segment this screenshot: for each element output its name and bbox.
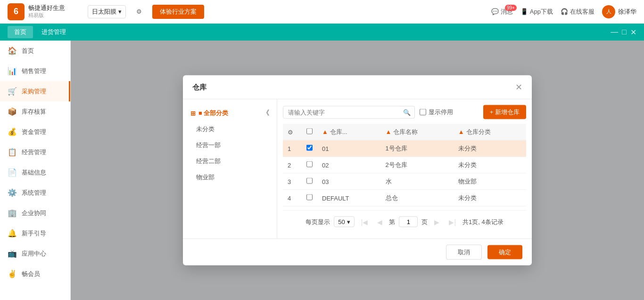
search-box: 🔍 bbox=[283, 106, 415, 118]
dialog-header: 仓库 ✕ bbox=[183, 75, 532, 100]
sidebar-item-sales[interactable]: 📊 销售管理 bbox=[0, 61, 70, 81]
header-middle: 日太阳膜 ▾ ⚙ 体验行业方案 bbox=[78, 4, 491, 19]
apps-icon: 📺 bbox=[8, 249, 17, 258]
settings-button[interactable]: ⚙ bbox=[132, 4, 147, 19]
minimize-icon[interactable]: — bbox=[611, 28, 618, 37]
store-selector[interactable]: 日太阳膜 ▾ bbox=[88, 5, 126, 18]
row-category: 未分类 bbox=[454, 190, 526, 206]
add-warehouse-button[interactable]: + 新增仓库 bbox=[483, 105, 526, 119]
trial-button[interactable]: 体验行业方案 bbox=[152, 5, 204, 19]
category-item-unclassified[interactable]: 未分类 bbox=[183, 121, 277, 137]
row-code: 02 bbox=[317, 157, 381, 173]
per-page-select[interactable]: 50 ▾ bbox=[334, 217, 354, 227]
sidebar-item-purchase[interactable]: 🛒 采购管理 bbox=[0, 81, 70, 101]
first-page-button[interactable]: |◀ bbox=[358, 217, 371, 226]
page-number-input[interactable] bbox=[399, 217, 418, 227]
tab-home[interactable]: 首页 bbox=[8, 26, 33, 38]
headset-icon: 🎧 bbox=[561, 8, 568, 15]
sidebar-item-enterprise[interactable]: 🏢 企业协同 bbox=[0, 203, 70, 223]
app-download-button[interactable]: 📱 App下载 bbox=[520, 8, 553, 16]
row-num: 4 bbox=[283, 190, 302, 206]
user-area[interactable]: 人 徐泽华 bbox=[602, 5, 636, 18]
row-code: 03 bbox=[317, 173, 381, 190]
phone-icon: 📱 bbox=[520, 8, 528, 15]
collapse-icon[interactable]: 《 bbox=[263, 109, 269, 117]
row-code: DEFAULT bbox=[317, 190, 381, 206]
dialog-title: 仓库 bbox=[192, 83, 206, 92]
next-page-button[interactable]: ▶ bbox=[431, 217, 442, 226]
last-page-button[interactable]: ▶| bbox=[446, 217, 459, 226]
category-item-operations2[interactable]: 经营二部 bbox=[183, 153, 277, 169]
purchase-icon: 🛒 bbox=[8, 87, 17, 96]
row-name: 2号仓库 bbox=[381, 157, 454, 173]
cancel-button[interactable]: 取消 bbox=[446, 245, 482, 260]
pagination: 每页显示 50 ▾ |◀ ◀ 第 页 ▶ ▶| 共1页, 4条记录 bbox=[283, 210, 526, 233]
logo-text: 畅捷通好生意 bbox=[28, 4, 65, 12]
grid-icon: ⊞ bbox=[190, 109, 196, 117]
sidebar-item-member[interactable]: ✌️ 畅会员 bbox=[0, 264, 70, 284]
online-service-button[interactable]: 🎧 在线客服 bbox=[561, 8, 594, 16]
close-window-icon[interactable]: ✕ bbox=[630, 28, 636, 37]
page-content: 仓库 ✕ ⊞ ■ 全部分类 《 未分类 经营一部 经营二部 物业部 bbox=[71, 41, 644, 300]
inventory-icon: 📦 bbox=[8, 107, 17, 116]
row-checkbox bbox=[302, 173, 317, 190]
sidebar-item-finance[interactable]: 💰 资金管理 bbox=[0, 122, 70, 142]
all-categories-item[interactable]: ⊞ ■ 全部分类 《 bbox=[183, 105, 277, 121]
show-disabled-checkbox[interactable] bbox=[420, 109, 426, 116]
sidebar-item-operations[interactable]: 📋 经营管理 bbox=[0, 142, 70, 162]
select-all-checkbox[interactable] bbox=[306, 128, 313, 134]
row-category: 物业部 bbox=[454, 173, 526, 190]
per-page-dropdown-icon: ▾ bbox=[347, 218, 350, 225]
per-page-label: 每页显示 bbox=[305, 217, 330, 226]
member-icon: ✌️ bbox=[8, 269, 17, 278]
notifications-button[interactable]: 💬 消息 99+ bbox=[491, 8, 513, 16]
sidebar-item-basic[interactable]: 📄 基础信息 bbox=[0, 162, 70, 183]
sub-header: 首页 进货管理 — □ ✕ bbox=[0, 24, 644, 41]
dialog-body: ⊞ ■ 全部分类 《 未分类 经营一部 经营二部 物业部 🔍 bbox=[183, 100, 532, 239]
sidebar: 🏠 首页 📊 销售管理 🛒 采购管理 📦 库存核算 💰 资金管理 📋 经营管理 … bbox=[0, 41, 71, 300]
row-select-checkbox[interactable] bbox=[306, 145, 313, 151]
store-name: 日太阳膜 bbox=[92, 8, 116, 16]
sidebar-item-guide[interactable]: 🔔 新手引导 bbox=[0, 223, 70, 243]
search-icon[interactable]: 🔍 bbox=[399, 106, 414, 118]
row-num: 1 bbox=[283, 140, 302, 157]
maximize-icon[interactable]: □ bbox=[622, 28, 627, 37]
table-row[interactable]: 2 02 2号仓库 未分类 bbox=[283, 157, 526, 173]
logo-area: 6 畅捷通好生意 精易版 bbox=[8, 3, 78, 20]
show-disabled-label: 显示停用 bbox=[429, 108, 453, 117]
row-select-checkbox[interactable] bbox=[306, 161, 313, 167]
table-row[interactable]: 1 01 1号仓库 未分类 bbox=[283, 140, 526, 157]
row-select-checkbox[interactable] bbox=[306, 178, 313, 184]
sidebar-item-inventory[interactable]: 📦 库存核算 bbox=[0, 101, 70, 122]
tab-purchase-management[interactable]: 进货管理 bbox=[35, 26, 73, 38]
sidebar-item-apps[interactable]: 📺 应用中心 bbox=[0, 243, 70, 264]
th-category: ▲仓库分类 bbox=[454, 124, 526, 141]
category-item-property[interactable]: 物业部 bbox=[183, 169, 277, 185]
confirm-button[interactable]: 确定 bbox=[487, 245, 522, 259]
category-item-operations1[interactable]: 经营一部 bbox=[183, 137, 277, 153]
system-icon: ⚙️ bbox=[8, 188, 17, 197]
row-name: 总仓 bbox=[381, 190, 454, 206]
th-checkbox bbox=[302, 124, 317, 141]
row-num: 3 bbox=[283, 173, 302, 190]
sidebar-item-system[interactable]: ⚙️ 系统管理 bbox=[0, 183, 70, 203]
th-code: ▲仓库... bbox=[317, 124, 381, 141]
table-row[interactable]: 3 03 水 物业部 bbox=[283, 173, 526, 190]
logo-sub: 精易版 bbox=[28, 12, 65, 19]
main-layout: 🏠 首页 📊 销售管理 🛒 采购管理 📦 库存核算 💰 资金管理 📋 经营管理 … bbox=[0, 41, 644, 300]
dialog-footer: 取消 确定 bbox=[183, 239, 532, 266]
table-row[interactable]: 4 DEFAULT 总仓 未分类 bbox=[283, 190, 526, 206]
row-name: 1号仓库 bbox=[381, 140, 454, 157]
row-category: 未分类 bbox=[454, 157, 526, 173]
row-select-checkbox[interactable] bbox=[306, 194, 313, 200]
warehouse-dialog: 仓库 ✕ ⊞ ■ 全部分类 《 未分类 经营一部 经营二部 物业部 bbox=[183, 75, 532, 266]
row-num: 2 bbox=[283, 157, 302, 173]
table-toolbar: 🔍 显示停用 + 新增仓库 bbox=[283, 105, 526, 119]
search-input[interactable] bbox=[283, 106, 399, 118]
prev-page-button[interactable]: ◀ bbox=[374, 217, 385, 226]
warehouse-table: ⚙ ▲仓库... ▲仓库名称 ▲仓库分类 1 01 bbox=[283, 124, 526, 207]
row-name: 水 bbox=[381, 173, 454, 190]
dialog-close-button[interactable]: ✕ bbox=[515, 82, 522, 92]
header-right: 💬 消息 99+ 📱 App下载 🎧 在线客服 人 徐泽华 bbox=[491, 5, 636, 18]
sidebar-item-home[interactable]: 🏠 首页 bbox=[0, 41, 70, 61]
